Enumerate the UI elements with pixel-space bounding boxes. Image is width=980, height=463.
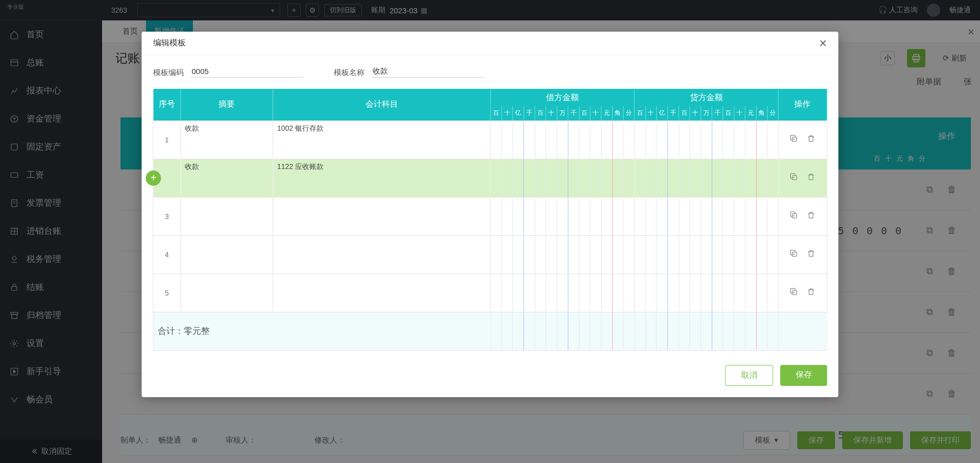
template-row: 3 <box>153 197 827 235</box>
amount-cell[interactable] <box>491 120 634 159</box>
op-cell <box>778 159 827 197</box>
seq-cell: 4 <box>153 235 181 274</box>
subject-cell[interactable] <box>273 274 491 312</box>
trash-icon[interactable] <box>806 134 816 143</box>
subject-cell[interactable] <box>273 197 491 235</box>
trash-icon[interactable] <box>806 287 816 297</box>
th-digit: 十 <box>546 106 557 120</box>
th-digit: 十 <box>690 106 701 120</box>
template-row: +收款1122 应收账款 <box>153 159 827 197</box>
edit-template-modal: 编辑模板 ✕ 模板编码 模板名称 序号 摘要 会计科目 借方金额 贷方金额 <box>142 32 839 397</box>
copy-icon[interactable] <box>789 134 798 143</box>
copy-icon[interactable] <box>789 211 798 220</box>
modal-header: 编辑模板 ✕ <box>142 32 839 55</box>
th-digit: 元 <box>601 106 612 120</box>
trash-icon[interactable] <box>806 211 816 220</box>
th-digit: 十 <box>734 106 745 120</box>
th-digit: 十 <box>502 106 513 120</box>
subject-cell[interactable] <box>273 235 491 274</box>
op-cell <box>778 120 827 159</box>
th-digit: 百 <box>579 106 591 120</box>
th-digit: 百 <box>634 106 646 120</box>
template-code-input[interactable] <box>191 65 303 78</box>
th-digit: 百 <box>535 106 546 120</box>
th-digit: 角 <box>756 106 768 120</box>
op-cell <box>778 197 827 235</box>
th-digit: 亿 <box>656 106 668 120</box>
trash-icon[interactable] <box>806 249 816 258</box>
subject-cell[interactable]: 1122 应收账款 <box>273 159 491 197</box>
th-op: 操作 <box>778 89 827 120</box>
total-row: 合计：零元整 <box>153 312 827 350</box>
th-credit: 贷方金额 <box>634 89 778 106</box>
copy-icon[interactable] <box>789 249 798 258</box>
template-name-label: 模板名称 <box>334 68 364 78</box>
th-digit: 分 <box>623 106 634 120</box>
summary-cell[interactable] <box>181 235 273 274</box>
amount-cell[interactable] <box>491 312 634 350</box>
th-digit: 亿 <box>512 106 524 120</box>
summary-cell[interactable] <box>181 274 273 312</box>
amount-cell[interactable] <box>634 235 778 274</box>
th-digit: 万 <box>701 106 712 120</box>
th-digit: 十 <box>590 106 601 120</box>
th-seq: 序号 <box>153 89 181 120</box>
seq-cell: 5 <box>153 274 181 312</box>
template-code-label: 模板编码 <box>153 68 184 78</box>
cancel-button[interactable]: 取消 <box>725 365 773 386</box>
th-digit: 十 <box>646 106 657 120</box>
subject-cell[interactable]: 1002 银行存款 <box>273 120 491 159</box>
th-digit: 千 <box>668 106 679 120</box>
amount-cell[interactable] <box>491 197 634 235</box>
template-name-input[interactable] <box>372 65 484 78</box>
op-cell <box>778 235 827 274</box>
amount-cell[interactable] <box>491 235 634 274</box>
th-summary: 摘要 <box>181 89 273 120</box>
th-digit: 百 <box>723 106 734 120</box>
summary-cell[interactable]: 收款 <box>181 120 273 159</box>
seq-cell: 3 <box>153 197 181 235</box>
th-digit: 千 <box>712 106 723 120</box>
th-digit: 万 <box>557 106 568 120</box>
th-digit: 百 <box>491 106 502 120</box>
amount-cell[interactable] <box>634 274 778 312</box>
save-button[interactable]: 保存 <box>780 365 827 386</box>
template-row: 4 <box>153 235 827 274</box>
add-row-button[interactable]: + <box>146 170 161 186</box>
amount-cell[interactable] <box>634 120 778 159</box>
amount-cell[interactable] <box>491 274 634 312</box>
template-table: 序号 摘要 会计科目 借方金额 贷方金额 操作 百十亿千百十万千百十元角分百十亿… <box>153 89 827 351</box>
summary-cell[interactable] <box>181 197 273 235</box>
op-cell <box>778 274 827 312</box>
th-digit: 千 <box>568 106 579 120</box>
th-digit: 分 <box>767 106 778 120</box>
modal-close-icon[interactable]: ✕ <box>819 37 827 50</box>
copy-icon[interactable] <box>789 287 798 297</box>
th-digit: 百 <box>679 106 690 120</box>
total-label: 合计：零元整 <box>153 312 491 350</box>
modal-title: 编辑模板 <box>153 38 186 48</box>
copy-icon[interactable] <box>789 173 798 182</box>
modal-footer: 取消 保存 <box>142 358 839 397</box>
seq-cell: + <box>153 159 181 197</box>
amount-cell[interactable] <box>634 197 778 235</box>
th-subject: 会计科目 <box>273 89 491 120</box>
th-digit: 元 <box>745 106 756 120</box>
th-digit: 角 <box>612 106 624 120</box>
trash-icon[interactable] <box>806 173 816 182</box>
template-row: 5 <box>153 274 827 312</box>
th-debit: 借方金额 <box>491 89 634 106</box>
amount-cell[interactable] <box>634 312 778 350</box>
amount-cell[interactable] <box>634 159 778 197</box>
seq-cell: 1 <box>153 120 181 159</box>
amount-cell[interactable] <box>491 159 634 197</box>
total-op-empty <box>778 312 827 350</box>
th-digit: 千 <box>524 106 535 120</box>
template-row: 1收款1002 银行存款 <box>153 120 827 159</box>
summary-cell[interactable]: 收款 <box>181 159 273 197</box>
